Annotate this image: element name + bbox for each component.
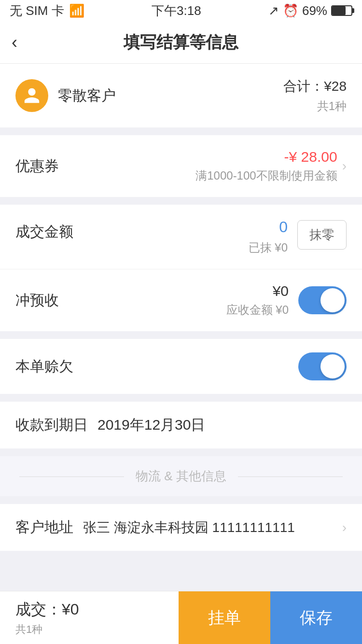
divider-section: 物流 & 其他信息 <box>0 456 362 496</box>
amount-erased: 已抹 ¥0 <box>249 240 288 255</box>
total-count: 共1种 <box>283 98 347 114</box>
carrier-text: 无 SIM 卡 <box>10 2 64 19</box>
coupon-label: 优惠券 <box>15 156 59 176</box>
duedate-section: 收款到期日 2019年12月30日 <box>0 402 362 448</box>
wifi-icon: 📶 <box>69 3 84 18</box>
prepayment-row: 冲预收 ¥0 应收金额 ¥0 <box>0 269 362 331</box>
address-chevron-icon: › <box>342 520 347 535</box>
total-amount: 合计：¥28 <box>283 77 347 96</box>
battery-icon <box>331 5 352 16</box>
chevron-right-icon: › <box>342 158 347 174</box>
customer-section: 零散客户 合计：¥28 共1种 <box>0 64 362 127</box>
debt-section: 本单赊欠 <box>0 339 362 394</box>
alarm-icon: ⏰ <box>283 3 298 18</box>
round-button[interactable]: 抹零 <box>297 220 347 250</box>
transaction-section: 成交金额 0 已抹 ¥0 抹零 冲预收 ¥0 应收金额 ¥0 <box>0 205 362 331</box>
bottom-bar: 成交：¥0 共1种 挂单 保存 <box>0 591 362 644</box>
coupon-description: 满1000-100不限制使用金额 <box>195 168 337 183</box>
address-value: 张三 海淀永丰科技园 11111111111 <box>83 518 342 537</box>
bottom-count: 共1种 <box>15 622 163 637</box>
customer-name: 零散客户 <box>58 86 116 106</box>
amount-value: 0 <box>249 218 288 236</box>
bottom-summary: 成交：¥0 共1种 <box>0 599 179 637</box>
battery-percent: 69% <box>302 3 327 18</box>
prepayment-label: 冲预收 <box>15 291 59 310</box>
bottom-deal-amount: 成交：¥0 <box>15 599 163 620</box>
save-button[interactable]: 保存 <box>270 591 362 644</box>
back-button[interactable]: ‹ <box>12 32 17 53</box>
coupon-section[interactable]: 优惠券 -¥ 28.00 满1000-100不限制使用金额 › <box>0 135 362 197</box>
coupon-discount: -¥ 28.00 <box>195 149 337 165</box>
address-section[interactable]: 客户地址 张三 海淀永丰科技园 11111111111 › <box>0 504 362 551</box>
prepayment-toggle[interactable] <box>298 286 347 314</box>
page-title: 填写结算等信息 <box>124 31 238 54</box>
avatar <box>15 79 48 112</box>
time-text: 下午3:18 <box>152 2 201 19</box>
duedate-label: 收款到期日 <box>15 415 88 435</box>
debt-toggle[interactable] <box>298 352 347 380</box>
debt-label: 本单赊欠 <box>15 357 73 377</box>
hold-button[interactable]: 挂单 <box>179 591 270 644</box>
amount-label: 成交金额 <box>15 222 73 242</box>
receivable-label: 应收金额 ¥0 <box>226 302 289 318</box>
location-icon: ↗ <box>268 3 279 18</box>
nav-bar: ‹ 填写结算等信息 <box>0 21 362 64</box>
address-label: 客户地址 <box>15 518 73 537</box>
status-bar: 无 SIM 卡 📶 下午3:18 ↗ ⏰ 69% <box>0 0 362 21</box>
duedate-value: 2019年12月30日 <box>97 415 205 435</box>
prepayment-value: ¥0 <box>226 283 289 299</box>
divider-text: 物流 & 其他信息 <box>124 468 238 485</box>
